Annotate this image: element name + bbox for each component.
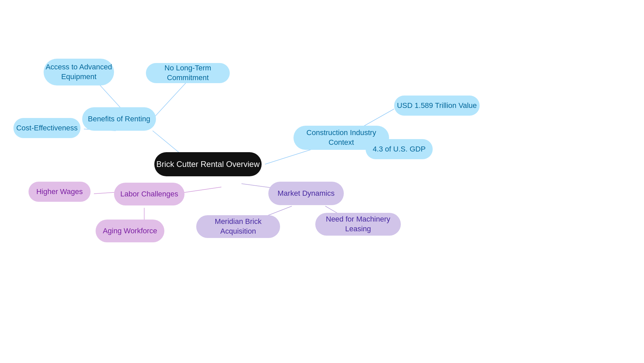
- nocommit-label: No Long-Term Commitment: [146, 63, 230, 82]
- usd-node[interactable]: USD 1.589 Trillion Value: [394, 96, 480, 116]
- leasing-label: Need for Machinery Leasing: [315, 215, 401, 234]
- center-node-label: Brick Cutter Rental Overview: [155, 159, 261, 169]
- wages-node[interactable]: Higher Wages: [29, 182, 91, 202]
- aging-node[interactable]: Aging Workforce: [96, 220, 164, 242]
- meridian-label: Meridian Brick Acquisition: [196, 217, 280, 236]
- gdp-node[interactable]: 4.3 of U.S. GDP: [366, 139, 433, 159]
- aging-label: Aging Workforce: [101, 226, 158, 236]
- center-node[interactable]: Brick Cutter Rental Overview: [154, 152, 262, 176]
- cost-node[interactable]: Cost-Effectiveness: [13, 118, 80, 138]
- nocommit-node[interactable]: No Long-Term Commitment: [146, 63, 230, 83]
- meridian-node[interactable]: Meridian Brick Acquisition: [196, 215, 280, 238]
- benefits-label: Benefits of Renting: [87, 114, 152, 124]
- gdp-label: 4.3 of U.S. GDP: [371, 144, 427, 154]
- usd-label: USD 1.589 Trillion Value: [395, 101, 478, 111]
- access-node[interactable]: Access to Advanced Equipment: [44, 59, 114, 85]
- wages-label: Higher Wages: [35, 187, 84, 197]
- cost-label: Cost-Effectiveness: [15, 123, 79, 133]
- market-node[interactable]: Market Dynamics: [268, 182, 344, 205]
- svg-line-2: [153, 77, 191, 119]
- leasing-node[interactable]: Need for Machinery Leasing: [315, 213, 401, 236]
- access-label: Access to Advanced Equipment: [44, 62, 114, 81]
- market-label: Market Dynamics: [276, 189, 336, 198]
- benefits-node[interactable]: Benefits of Renting: [82, 107, 156, 131]
- labor-label: Labor Challenges: [119, 189, 179, 199]
- labor-node[interactable]: Labor Challenges: [114, 183, 184, 205]
